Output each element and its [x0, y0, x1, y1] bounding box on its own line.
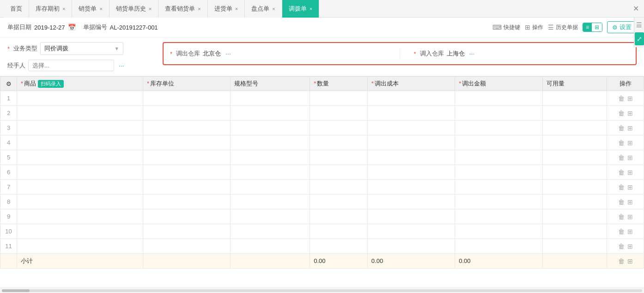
row-spec[interactable] [231, 106, 310, 121]
subtotal-delete-icon[interactable]: 🗑 [618, 257, 625, 265]
row-cost[interactable] [367, 165, 455, 180]
history-button[interactable]: ☰ 历史单据 [548, 24, 578, 31]
operation-button[interactable]: ⊞ 操作 [525, 24, 543, 31]
row-available[interactable] [542, 91, 607, 106]
row-available[interactable] [542, 195, 607, 209]
delete-row-icon[interactable]: 🗑 [618, 243, 625, 250]
tab-close-view-sales[interactable]: × [198, 6, 200, 12]
delete-row-icon[interactable]: 🗑 [618, 154, 625, 161]
row-spec[interactable] [231, 165, 310, 180]
row-spec[interactable] [231, 121, 310, 135]
row-product[interactable] [17, 239, 143, 254]
tab-close-sales-order[interactable]: × [99, 6, 102, 12]
row-product[interactable] [17, 135, 143, 150]
row-amount[interactable] [455, 165, 542, 180]
row-available[interactable] [542, 239, 607, 254]
row-cost[interactable] [367, 209, 455, 224]
row-unit[interactable] [143, 91, 231, 106]
row-product[interactable] [17, 209, 143, 224]
row-unit[interactable] [143, 135, 231, 150]
row-amount[interactable] [455, 121, 542, 135]
delete-row-icon[interactable]: 🗑 [618, 110, 625, 117]
tab-view-sales[interactable]: 查看销货单 × [158, 0, 207, 18]
row-unit[interactable] [143, 106, 231, 121]
row-unit[interactable] [143, 180, 231, 195]
business-type-select[interactable]: 同价调拨 ▼ [40, 42, 123, 55]
copy-row-icon[interactable]: ⊞ [627, 213, 633, 220]
row-available[interactable] [542, 150, 607, 165]
row-cost[interactable] [367, 106, 455, 121]
row-available[interactable] [542, 135, 607, 150]
row-amount[interactable] [455, 195, 542, 209]
row-product[interactable] [17, 106, 143, 121]
row-cost[interactable] [367, 121, 455, 135]
row-available[interactable] [542, 165, 607, 180]
row-product[interactable] [17, 195, 143, 209]
row-available[interactable] [542, 180, 607, 195]
row-spec[interactable] [231, 224, 310, 239]
window-close-button[interactable]: ✕ [629, 2, 642, 15]
tab-sales-history[interactable]: 销货单历史 × [109, 0, 158, 18]
delete-row-icon[interactable]: 🗑 [618, 169, 625, 176]
delete-row-icon[interactable]: 🗑 [618, 213, 625, 220]
row-product[interactable] [17, 224, 143, 239]
row-product[interactable] [17, 91, 143, 106]
copy-row-icon[interactable]: ⊞ [627, 154, 633, 161]
row-cost[interactable] [367, 150, 455, 165]
calendar-icon[interactable]: 📅 [68, 24, 76, 31]
row-amount[interactable] [455, 91, 542, 106]
tab-transfer-order[interactable]: 调拨单 × [282, 0, 319, 18]
row-amount[interactable] [455, 239, 542, 254]
delete-row-icon[interactable]: 🗑 [618, 95, 625, 102]
row-spec[interactable] [231, 150, 310, 165]
row-qty[interactable] [310, 150, 368, 165]
row-qty[interactable] [310, 239, 368, 254]
row-unit[interactable] [143, 224, 231, 239]
row-product[interactable] [17, 180, 143, 195]
row-available[interactable] [542, 224, 607, 239]
row-spec[interactable] [231, 135, 310, 150]
row-amount[interactable] [455, 224, 542, 239]
row-available[interactable] [542, 209, 607, 224]
tab-inventory-init[interactable]: 库存期初 × [29, 0, 72, 18]
row-spec[interactable] [231, 180, 310, 195]
row-cost[interactable] [367, 224, 455, 239]
row-qty[interactable] [310, 224, 368, 239]
copy-row-icon[interactable]: ⊞ [627, 198, 633, 206]
settings-column-header[interactable]: ⚙ [0, 77, 17, 91]
horizontal-scrollbar[interactable] [0, 287, 644, 293]
copy-row-icon[interactable]: ⊞ [627, 169, 633, 176]
tab-home[interactable]: 首页 [4, 0, 29, 18]
row-spec[interactable] [231, 195, 310, 209]
row-qty[interactable] [310, 209, 368, 224]
copy-row-icon[interactable]: ⊞ [627, 243, 633, 250]
row-qty[interactable] [310, 121, 368, 135]
row-available[interactable] [542, 106, 607, 121]
handler-input[interactable] [28, 60, 114, 71]
row-qty[interactable] [310, 180, 368, 195]
row-unit[interactable] [143, 195, 231, 209]
row-amount[interactable] [455, 209, 542, 224]
tab-purchase-order[interactable]: 进货单 × [208, 0, 245, 18]
tab-close-transfer-order[interactable]: × [310, 6, 312, 12]
row-amount[interactable] [455, 180, 542, 195]
row-amount[interactable] [455, 135, 542, 150]
sidebar-list-icon[interactable]: ☰ [634, 19, 644, 31]
row-spec[interactable] [231, 239, 310, 254]
copy-row-icon[interactable]: ⊞ [627, 139, 633, 146]
row-unit[interactable] [143, 165, 231, 180]
layout-btn-grid[interactable]: ⊞ [592, 23, 602, 31]
tab-close-inventory-init[interactable]: × [62, 6, 65, 12]
tab-close-inventory-count[interactable]: × [272, 6, 275, 12]
row-unit[interactable] [143, 209, 231, 224]
copy-row-icon[interactable]: ⊞ [627, 228, 633, 235]
row-unit[interactable] [143, 121, 231, 135]
transfer-in-more-button[interactable]: ··· [469, 50, 475, 57]
row-qty[interactable] [310, 165, 368, 180]
delete-row-icon[interactable]: 🗑 [618, 198, 625, 206]
handler-more-button[interactable]: ··· [119, 62, 124, 69]
copy-row-icon[interactable]: ⊞ [627, 110, 633, 117]
tab-inventory-count[interactable]: 盘点单 × [245, 0, 282, 18]
tab-close-purchase-order[interactable]: × [235, 6, 238, 12]
delete-row-icon[interactable]: 🗑 [618, 228, 625, 235]
